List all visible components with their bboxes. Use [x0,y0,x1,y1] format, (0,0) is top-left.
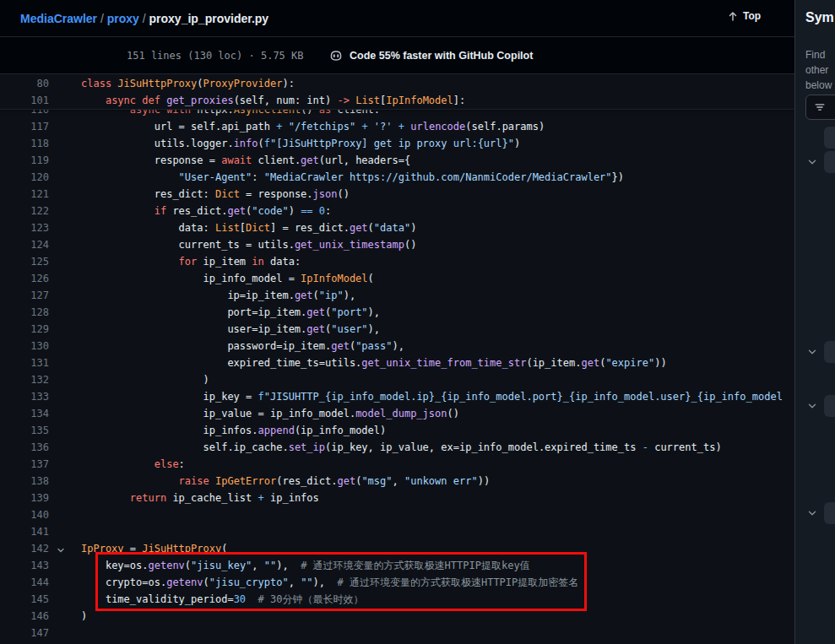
code-line-146: 146) [0,608,794,625]
breadcrumb-separator: / [139,12,149,25]
line-number[interactable]: 136 [0,439,49,456]
code-text: ip=ip_item.get("ip"), [81,287,355,304]
copilot-banner-text: Code 55% faster with GitHub Copilot [350,50,533,62]
line-number[interactable]: 101 [0,92,49,109]
code-text: ip_info_model = IpInfoModel( [81,270,374,287]
code-text: self.ip_cache.set_ip(ip_key, ip_value, e… [81,439,722,456]
line-number[interactable]: 147 [0,625,49,641]
line-number[interactable]: 126 [0,270,49,287]
filter-icon [814,101,826,113]
line-number[interactable]: 123 [0,219,49,236]
code-text: crypto=os.getenv("jisu_crypto", ""), # 通… [81,574,578,591]
line-number[interactable]: 135 [0,422,49,439]
code-text: if res_dict.get("code") == 0: [81,203,331,219]
line-number[interactable]: 117 [0,118,49,135]
line-number[interactable]: 142 [0,540,49,557]
line-number[interactable]: 118 [0,135,49,152]
code-toolbar: Code Blame 151 lines (130 loc) · 5.75 KB… [0,37,794,74]
code-line-131: 131 expired_time_ts=utils.get_unix_time_… [0,354,794,371]
line-number[interactable]: 145 [0,591,49,608]
symbol-item[interactable] [824,151,835,173]
symbol-item[interactable] [824,502,835,524]
line-number[interactable]: 122 [0,203,49,219]
line-number[interactable]: 120 [0,169,49,186]
chevron-down-icon[interactable] [806,156,818,168]
line-number[interactable]: 146 [0,608,49,625]
code-text: expired_time_ts=utils.get_unix_time_from… [81,354,667,371]
code-text: "User-Agent": "MediaCrawler https://gith… [81,169,624,186]
code-line-118: 118 utils.logger.info(f"[JiSuHttpProxy] … [0,135,794,152]
chevron-down-icon[interactable] [806,400,818,412]
code-line-122: 122 if res_dict.get("code") == 0: [0,203,794,219]
code-text: utils.logger.info(f"[JiSuHttpProxy] get … [81,135,520,152]
code-line-132: 132 ) [0,371,794,388]
code-line-141: 141 [0,523,794,540]
code-text: ) [81,608,87,625]
code-viewer: 116 async with httpx.AsyncClient() as cl… [0,74,794,644]
code-text: for ip_item in data: [81,253,301,270]
line-number[interactable]: 125 [0,253,49,270]
line-number[interactable]: 80 [0,75,49,92]
code-text: ip_infos.append(ip_info_model) [81,422,386,439]
code-line-101: 101 async def get_proxies(self, num: int… [0,92,794,109]
breadcrumb-folder-link[interactable]: proxy [107,12,139,25]
line-number[interactable]: 143 [0,557,49,574]
back-to-top-link[interactable]: Top [728,10,761,22]
breadcrumb-file-name: proxy_ip_provider.py [149,12,269,25]
line-number[interactable]: 134 [0,405,49,422]
symbol-item[interactable] [824,127,835,149]
code-line-125: 125 for ip_item in data: [0,253,794,270]
symbol-item[interactable] [824,341,835,363]
code-line-130: 130 password=ip_item.get("pass"), [0,338,794,354]
code-line-140: 140 [0,506,794,523]
copilot-banner[interactable]: Code 55% faster with GitHub Copilot [329,37,533,74]
code-text: ip_value = ip_info_model.model_dump_json… [81,405,459,422]
line-number[interactable]: 144 [0,574,49,591]
code-line-142: 142IpProxy = JiSuHttpProxy( [0,540,794,557]
code-text: port=ip_item.get("port"), [81,304,380,321]
code-line-143: 143 key=os.getenv("jisu_key", ""), # 通过环… [0,557,794,574]
code-line-124: 124 current_ts = utils.get_unix_timestam… [0,236,794,253]
line-number[interactable]: 119 [0,152,49,169]
symbols-panel-description: Find [805,49,835,61]
line-number[interactable]: 121 [0,186,49,203]
code-line-128: 128 port=ip_item.get("port"), [0,304,794,321]
code-line-134: 134 ip_value = ip_info_model.model_dump_… [0,405,794,422]
code-text: password=ip_item.get("pass"), [81,338,404,354]
symbols-panel-description: below [805,79,835,91]
line-number[interactable]: 138 [0,473,49,490]
line-number[interactable]: 131 [0,354,49,371]
symbols-panel-description: other [805,64,835,76]
line-number[interactable]: 140 [0,506,49,523]
code-text: async def get_proxies(self, num: int) ->… [81,92,465,109]
line-number[interactable]: 137 [0,456,49,473]
code-line-123: 123 data: List[Dict] = res_dict.get("dat… [0,219,794,236]
code-text: return ip_cache_list + ip_infos [81,490,319,506]
line-number[interactable]: 124 [0,236,49,253]
code-line-133: 133 ip_key = f"JISUHTTP_{ip_info_model.i… [0,388,794,405]
copilot-icon [329,49,343,62]
code-text: key=os.getenv("jisu_key", ""), # 通过环境变量的… [81,557,530,574]
line-number[interactable]: 127 [0,287,49,304]
line-number[interactable]: 141 [0,523,49,540]
file-meta-info: 151 lines (130 loc) · 5.75 KB [127,37,304,74]
line-number[interactable]: 133 [0,388,49,405]
code-line-121: 121 res_dict: Dict = response.json() [0,186,794,203]
code-line-117: 117 url = self.api_path + "/fetchips" + … [0,118,794,135]
code-line-129: 129 user=ip_item.get("user"), [0,321,794,338]
line-number[interactable]: 139 [0,490,49,506]
symbols-panel-heading: Sym [805,10,835,25]
code-text: user=ip_item.get("user"), [81,321,380,338]
code-line-144: 144 crypto=os.getenv("jisu_crypto", ""),… [0,574,794,591]
line-number[interactable]: 128 [0,304,49,321]
breadcrumb-repo-link[interactable]: MediaCrawler [20,12,97,25]
symbol-item[interactable] [824,395,835,417]
line-number[interactable]: 129 [0,321,49,338]
code-line-119: 119 response = await client.get(url, hea… [0,152,794,169]
code-line-137: 137 else: [0,456,794,473]
line-number[interactable]: 132 [0,371,49,388]
chevron-down-icon[interactable] [806,346,818,358]
symbols-filter-input[interactable] [805,95,835,120]
chevron-down-icon[interactable] [806,507,818,519]
line-number[interactable]: 130 [0,338,49,354]
